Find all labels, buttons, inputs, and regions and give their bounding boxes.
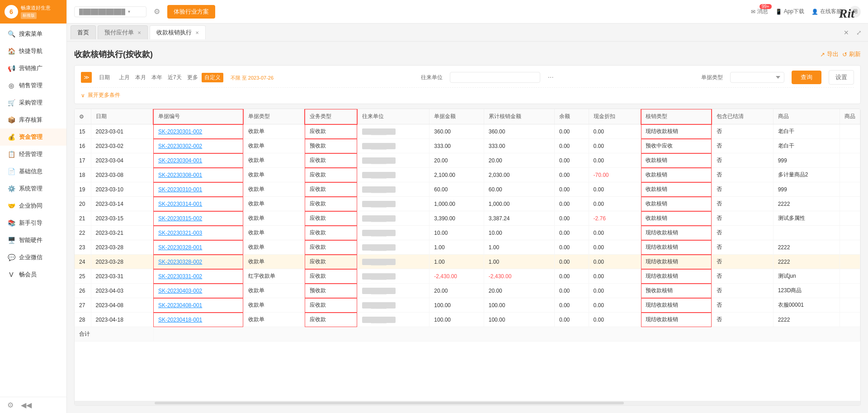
workspace-selector[interactable]: ████████████ ▾ <box>74 6 146 17</box>
doc-no-link[interactable]: SK-20230328-001 <box>158 244 202 251</box>
sidebar-item-purchase[interactable]: 🛒 采购管理 <box>0 94 66 111</box>
cell-cumulative: 10.00 <box>484 226 554 240</box>
last-7days-btn[interactable]: 近7天 <box>166 73 184 82</box>
cell-amount: 100.00 <box>429 313 484 327</box>
export-button[interactable]: ↗ 导出 <box>820 50 839 58</box>
sidebar-item-ops[interactable]: 📋 经营管理 <box>0 146 66 163</box>
table-row[interactable]: 24 2023-03-28 SK-20230328-002 收款单 应收款 ██… <box>75 255 860 269</box>
cell-doctype: 收款单 <box>243 313 305 327</box>
counterpart-input[interactable] <box>450 72 540 83</box>
filter-expand-button[interactable]: ≫ <box>81 72 92 83</box>
table-settings-icon[interactable]: ⚙ <box>79 114 84 120</box>
sidebar-item-marketing[interactable]: 📢 营销推广 <box>0 60 66 77</box>
sidebar-item-inventory[interactable]: 📦 库存核算 <box>0 111 66 128</box>
doc-no-link[interactable]: SK-20230321-003 <box>158 230 202 236</box>
service-action[interactable]: 👤 在线客服 <box>811 8 842 15</box>
table-row[interactable]: 15 2023-03-01 SK-20230301-002 收款单 应收款 ██… <box>75 124 860 139</box>
this-year-btn[interactable]: 本年 <box>150 73 164 82</box>
doc-no-link[interactable]: SK-20230328-002 <box>158 259 202 265</box>
tab-home[interactable]: 首页 <box>71 25 96 39</box>
home-icon: 🏠 <box>7 47 15 55</box>
table-row[interactable]: 23 2023-03-28 SK-20230328-001 收款单 应收款 ██… <box>75 240 860 255</box>
col-settings-header[interactable]: ⚙ <box>75 109 91 124</box>
cell-product: 测试jun <box>773 269 840 284</box>
sidebar-item-quick-nav[interactable]: 🏠 快捷导航 <box>0 43 66 60</box>
table-row[interactable]: 20 2023-03-14 SK-20230314-001 收款单 应收款 ██… <box>75 197 860 211</box>
gear-icon[interactable]: ⚙ <box>152 5 162 18</box>
table-row[interactable]: 19 2023-03-10 SK-20230310-001 收款单 应收款 ██… <box>75 182 860 197</box>
filter-settings-button[interactable]: 设置 <box>829 70 854 85</box>
message-badge: 99+ <box>760 4 772 9</box>
tab-prepay-close-icon[interactable]: ✕ <box>137 30 141 35</box>
doc-no-link[interactable]: SK-20230310-001 <box>158 186 202 193</box>
table-row[interactable]: 22 2023-03-21 SK-20230321-003 收款单 应收款 ██… <box>75 226 860 240</box>
counterpart-filter-label: 往来单位 <box>421 74 443 81</box>
tab-prepay[interactable]: 预付应付单 ✕ <box>98 25 148 39</box>
tab-collection[interactable]: 收款核销执行 ✕ <box>150 25 206 39</box>
doc-no-link[interactable]: SK-20230331-002 <box>158 273 202 280</box>
doc-no-link[interactable]: SK-20230403-002 <box>158 288 202 294</box>
cell-cumulative: 2,030.00 <box>484 168 554 182</box>
cell-date: 2023-04-08 <box>91 298 153 313</box>
col-cumulative-header: 累计核销金额 <box>484 109 554 124</box>
table-row[interactable]: 17 2023-03-04 SK-20230304-001 收款单 应收款 ██… <box>75 153 860 168</box>
tab-collection-close-icon[interactable]: ✕ <box>195 30 199 35</box>
doc-no-link[interactable]: SK-20230301-002 <box>158 128 202 135</box>
settings-bottom-icon[interactable]: ⚙ <box>7 401 14 409</box>
cell-seq: 27 <box>75 298 91 313</box>
doc-no-link[interactable]: SK-20230408-001 <box>158 302 202 309</box>
sidebar-item-finance[interactable]: 💰 资金管理 <box>0 128 66 146</box>
date-filter-label: 日期 <box>99 74 110 81</box>
table-row[interactable]: 28 2023-04-18 SK-20230418-001 收款单 应收款 ██… <box>75 313 860 327</box>
cell-date: 2023-03-08 <box>91 168 153 182</box>
query-button[interactable]: 查询 <box>792 71 821 84</box>
cell-seq: 28 <box>75 313 91 327</box>
message-action[interactable]: ✉ 消息 99+ <box>751 8 768 15</box>
sidebar-item-wechat[interactable]: 💬 企业微信 <box>0 249 66 266</box>
sidebar-item-member[interactable]: V 畅会员 <box>0 266 66 283</box>
cell-cumulative: 3,387.24 <box>484 211 554 226</box>
sidebar-item-corp[interactable]: 🤝 企业协同 <box>0 197 66 214</box>
doc-no-link[interactable]: SK-20230304-001 <box>158 157 202 164</box>
doc-no-link[interactable]: SK-20230308-001 <box>158 172 202 178</box>
solution-button[interactable]: 体验行业方案 <box>167 5 215 19</box>
table-scroll-area[interactable]: ⚙ 日期 单据编号 单据类型 业务类型 往来单位 单据金额 累计核销金额 余额 … <box>75 109 860 401</box>
refresh-button[interactable]: ↺ 刷新 <box>842 50 861 58</box>
receipt-type-select[interactable] <box>730 72 784 83</box>
table-row[interactable]: 27 2023-04-08 SK-20230408-001 收款单 应收款 ██… <box>75 298 860 313</box>
close-tab-icon[interactable]: ✕ <box>841 28 852 37</box>
cell-balance: 0.00 <box>554 211 589 226</box>
app-download-action[interactable]: 📱 App下载 <box>775 8 804 15</box>
sidebar-item-guide[interactable]: 📚 新手引导 <box>0 214 66 232</box>
sidebar-item-sales[interactable]: ◎ 销售管理 <box>0 77 66 94</box>
sidebar-item-search[interactable]: 🔍 搜索菜单 <box>0 25 66 43</box>
expand-tab-icon[interactable]: ⤢ <box>854 28 864 37</box>
more-date-btn[interactable]: 更多 <box>185 73 200 82</box>
ops-icon: 📋 <box>7 150 15 158</box>
table-row[interactable]: 18 2023-03-08 SK-20230308-001 收款单 应收款 ██… <box>75 168 860 182</box>
table-row[interactable]: 21 2023-03-15 SK-20230315-002 收款单 应收款 ██… <box>75 211 860 226</box>
cell-docno: SK-20230403-002 <box>153 284 243 298</box>
horizontal-scrollbar[interactable] <box>75 401 860 405</box>
doc-no-link[interactable]: SK-20230314-001 <box>158 201 202 207</box>
this-month-btn[interactable]: 本月 <box>133 73 148 82</box>
expand-more-row[interactable]: ∨ 展开更多条件 <box>81 91 854 99</box>
more-filters-dots[interactable]: ··· <box>547 73 553 81</box>
cell-discount: 0.00 <box>589 313 641 327</box>
last-month-btn[interactable]: 上月 <box>117 73 132 82</box>
sidebar-item-hardware[interactable]: 🖥️ 智能硬件 <box>0 232 66 249</box>
doc-no-link[interactable]: SK-20230302-002 <box>158 143 202 149</box>
doc-no-link[interactable]: SK-20230418-001 <box>158 317 202 323</box>
tab-bar: 首页 预付应付单 ✕ 收款核销执行 ✕ ✕ ⤢ <box>67 24 868 42</box>
table-row[interactable]: 25 2023-03-31 SK-20230331-002 红字收款单 应收款 … <box>75 269 860 284</box>
table-row[interactable]: 26 2023-04-03 SK-20230403-002 收款单 预收款 ██… <box>75 284 860 298</box>
cell-verifytype: 收款核销 <box>641 153 712 168</box>
cell-doctype: 收款单 <box>243 182 305 197</box>
cell-amount: 20.00 <box>429 284 484 298</box>
table-row[interactable]: 16 2023-03-02 SK-20230302-002 收款单 预收款 ██… <box>75 139 860 153</box>
doc-no-link[interactable]: SK-20230315-002 <box>158 215 202 222</box>
sidebar-item-basic[interactable]: 📄 基础信息 <box>0 163 66 180</box>
sidebar-item-system[interactable]: ⚙️ 系统管理 <box>0 180 66 197</box>
collapse-icon[interactable]: ◀◀ <box>21 401 32 409</box>
custom-date-btn[interactable]: 自定义 <box>202 73 223 82</box>
